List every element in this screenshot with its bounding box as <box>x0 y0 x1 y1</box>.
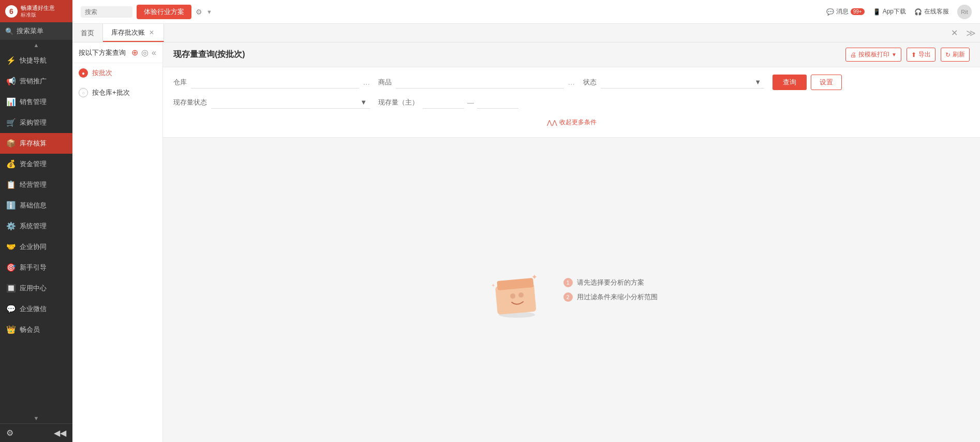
app-version: 标准版 <box>21 11 55 18</box>
topbar-dropdown-icon[interactable]: ▼ <box>206 9 212 15</box>
sidebar-item-sales[interactable]: 📊 销售管理 <box>0 92 72 112</box>
tab-home[interactable]: 首页 <box>72 24 103 42</box>
scheme-settings-icon[interactable]: ◎ <box>141 48 149 57</box>
tab-close-icon[interactable]: ✕ <box>148 29 155 36</box>
warehouse-dots-btn[interactable]: ... <box>363 78 370 87</box>
sidebar-item-vip[interactable]: 👑 畅会员 <box>0 319 72 340</box>
collapse-more-conditions[interactable]: ⋀⋀ 收起更多条件 <box>173 115 970 130</box>
inventory-icon: 📦 <box>6 139 16 148</box>
product-input[interactable] <box>396 76 564 89</box>
search-icon: 🔍 <box>5 27 13 35</box>
sidebar-item-finance[interactable]: 💰 资金管理 <box>0 154 72 174</box>
tip-num-2: 2 <box>563 292 573 302</box>
query-button[interactable]: 查询 <box>773 75 807 90</box>
sidebar-item-basic[interactable]: ℹ️ 基础信息 <box>0 195 72 216</box>
sidebar-item-label: 系统管理 <box>20 222 47 231</box>
print-label: 按模板打印 <box>858 50 889 59</box>
stock-qty-min-input[interactable] <box>423 96 464 109</box>
search-menu[interactable]: 🔍 搜索菜单 <box>0 22 72 40</box>
scroll-down-btn[interactable]: ▼ <box>0 413 72 423</box>
print-button[interactable]: 🖨 按模板打印 ▼ <box>845 48 901 62</box>
scheme-item-label: 按批次 <box>92 68 112 78</box>
topbar-search-input[interactable] <box>81 6 132 18</box>
stock-qty-max-input[interactable] <box>477 96 518 109</box>
empty-illustration: ✦ ✦ <box>486 259 548 321</box>
stock-status-label: 现存量状态 <box>173 98 207 107</box>
print-dropdown-icon[interactable]: ▼ <box>892 52 897 57</box>
main-area: 体验行业方案 ⚙ ▼ 💬 消息 99+ 📱 App下载 🎧 在线客服 Rit <box>72 0 980 442</box>
search-menu-label: 搜索菜单 <box>17 26 43 36</box>
sidebar-item-enterprise-wechat[interactable]: 💬 企业微信 <box>0 299 72 319</box>
app-center-icon: 🔲 <box>6 284 16 293</box>
sidebar-item-purchase[interactable]: 🛒 采购管理 <box>0 112 72 133</box>
scroll-up-btn[interactable]: ▲ <box>0 40 72 50</box>
add-scheme-icon[interactable]: ⊕ <box>131 48 138 57</box>
scheme-circle-active: ● <box>79 68 88 78</box>
user-avatar-block[interactable]: Rit <box>957 5 972 19</box>
status-dropdown-icon: ▼ <box>754 78 761 86</box>
scheme-item-by-warehouse-batch[interactable]: ○ 按仓库+批次 <box>72 83 162 102</box>
sidebar-item-app-center[interactable]: 🔲 应用中心 <box>0 278 72 299</box>
refresh-icon: ↻ <box>945 51 951 58</box>
export-button[interactable]: ⬆ 导出 <box>907 48 936 62</box>
tab-panel-close-button[interactable]: ✕ <box>945 24 964 42</box>
tab-inventory-batch-label: 库存批次账 <box>111 28 145 37</box>
app-download-icon: 📱 <box>873 8 881 16</box>
product-label: 商品 <box>378 78 392 87</box>
page-actions: 🖨 按模板打印 ▼ ⬆ 导出 ↻ 刷新 <box>845 48 970 62</box>
tab-panel-expand-icon[interactable]: ≫ <box>966 27 980 39</box>
empty-tip-1: 1 请先选择要分析的方案 <box>563 278 658 287</box>
quick-nav-icon: ⚡ <box>6 56 16 65</box>
topbar: 体验行业方案 ⚙ ▼ 💬 消息 99+ 📱 App下载 🎧 在线客服 Rit <box>72 0 980 24</box>
tabbar: 首页 库存批次账 ✕ ✕ ≫ <box>72 24 980 42</box>
filter-row-2: 现存量状态 ▼ 现存量（主） — <box>173 96 970 109</box>
tab-inventory-batch[interactable]: 库存批次账 ✕ <box>103 24 164 42</box>
sidebar-item-label: 库存核算 <box>20 139 47 148</box>
settings-icon[interactable]: ⚙ <box>6 428 13 438</box>
status-filter-group: 状态 ▼ <box>583 76 764 89</box>
scheme-item-by-batch[interactable]: ● 按批次 <box>72 63 162 83</box>
status-select[interactable]: ▼ <box>601 76 764 89</box>
system-icon: ⚙️ <box>6 222 16 231</box>
sidebar-item-marketing[interactable]: 📢 营销推广 <box>0 71 72 92</box>
content-area: 按以下方案查询 ⊕ ◎ « ● 按批次 ○ 按仓库+批次 现存量查询(按批次) <box>72 42 980 442</box>
svg-point-3 <box>510 293 515 299</box>
sidebar-item-newbie[interactable]: 🎯 新手引导 <box>0 257 72 278</box>
scheme-header-label: 按以下方案查询 <box>79 48 126 57</box>
sidebar-item-inventory[interactable]: 📦 库存核算 <box>0 133 72 154</box>
stock-status-select[interactable]: ▼ <box>211 96 370 109</box>
sidebar-item-label: 企业协同 <box>20 242 47 252</box>
product-filter-group: 商品 ... <box>378 76 575 89</box>
app-name-block: 畅康通好生意 标准版 <box>21 4 55 18</box>
sidebar-item-operations[interactable]: 📋 经营管理 <box>0 174 72 195</box>
svg-text:✦: ✦ <box>491 283 495 288</box>
messages-button[interactable]: 💬 消息 99+ <box>826 7 865 16</box>
collapse-sidebar-icon[interactable]: ◀◀ <box>54 428 66 438</box>
warehouse-input[interactable] <box>191 76 359 89</box>
scheme-header: 按以下方案查询 ⊕ ◎ « <box>72 42 162 63</box>
sidebar-item-system[interactable]: ⚙️ 系统管理 <box>0 216 72 237</box>
refresh-button[interactable]: ↻ 刷新 <box>941 48 970 62</box>
scheme-circle-inactive: ○ <box>79 88 88 97</box>
app-logo: 6 <box>5 5 18 18</box>
topbar-settings-icon[interactable]: ⚙ <box>196 8 202 16</box>
tab-home-label: 首页 <box>81 28 94 38</box>
stock-qty-filter-group: 现存量（主） — <box>378 96 575 109</box>
sidebar: 6 畅康通好生意 标准版 🔍 搜索菜单 ▲ ⚡ 快捷导航 📢 营销推广 📊 销售… <box>0 0 72 442</box>
industry-solution-button[interactable]: 体验行业方案 <box>137 5 191 19</box>
sidebar-item-quick-nav[interactable]: ⚡ 快捷导航 <box>0 50 72 71</box>
sidebar-item-label: 销售管理 <box>20 97 47 107</box>
warehouse-label: 仓库 <box>173 78 187 87</box>
settings-button[interactable]: 设置 <box>811 75 842 90</box>
refresh-label: 刷新 <box>953 50 965 59</box>
empty-state: ✦ ✦ 1 请先选择要分析的方案 2 用过滤条件来缩小分析范围 <box>163 138 980 442</box>
sidebar-item-enterprise-collab[interactable]: 🤝 企业协同 <box>0 237 72 257</box>
operations-icon: 📋 <box>6 180 16 189</box>
online-service-button[interactable]: 🎧 在线客服 <box>914 7 949 16</box>
product-dots-btn[interactable]: ... <box>568 78 575 87</box>
scheme-collapse-icon[interactable]: « <box>152 48 156 57</box>
page-title: 现存量查询(按批次) <box>173 49 245 60</box>
app-download-button[interactable]: 📱 App下载 <box>873 7 906 16</box>
scheme-panel: 按以下方案查询 ⊕ ◎ « ● 按批次 ○ 按仓库+批次 <box>72 42 163 442</box>
empty-tip-2: 2 用过滤条件来缩小分析范围 <box>563 292 658 302</box>
